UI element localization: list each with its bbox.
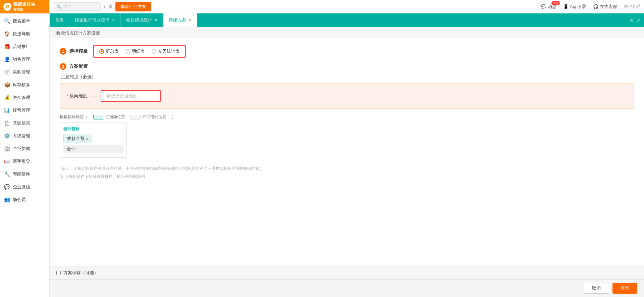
sidebar-item-hardware[interactable]: 🔧 智能硬件 [0, 168, 49, 181]
dimension-select[interactable]: 请选择分组维度 [101, 90, 161, 102]
metrics-label-text: 模板指标设定（ [60, 114, 88, 120]
sidebar-item-finance[interactable]: 💰 资金管理 [0, 91, 49, 104]
subsection-metrics: 模板指标设定（ 可拖动位置 不可拖动位置 ） 统计指标 [60, 114, 634, 158]
header-dropdown-icon[interactable]: ▾ [103, 4, 105, 9]
dimension-row: * 纵向维度 — 请选择分组维度 [67, 90, 627, 102]
template-selection-box: 汇总表 明细表 交叉统计表 [93, 45, 186, 58]
step2-label: 方案配置 [69, 63, 88, 69]
home-icon: 🏠 [4, 31, 10, 37]
radio-detail-label: 明细表 [132, 48, 145, 54]
logo-text: 畅捷通好生 [13, 2, 35, 7]
radio-cross-circle [152, 49, 156, 54]
tab-collection-label: 收款情况统计 [126, 17, 152, 23]
sidebar-item-base[interactable]: 📋 基础信息 [0, 117, 49, 130]
tips-section: 提示： 1.拖动标题栏可以调整布局，不可跨维度或指标区域拖动栏目字段(只能在同一… [60, 164, 634, 181]
radio-summary-label: 汇总表 [106, 48, 119, 54]
sidebar-item-label: 系统管理 [13, 133, 30, 139]
tab-collection[interactable]: 收款情况统计 ✕ [121, 13, 163, 27]
search-box[interactable]: 🔍 搜索 [54, 2, 101, 11]
sidebar-item-inventory[interactable]: 📦 库存核算 [0, 79, 49, 91]
search-icon: 🔍 [4, 18, 10, 24]
sidebar-item-label: 企业协同 [13, 146, 30, 152]
logo-icon: 好 [3, 3, 11, 11]
gift-icon: 🎁 [4, 44, 10, 50]
radio-detail[interactable]: 明细表 [125, 48, 145, 54]
metrics-legend: 模板指标设定（ 可拖动位置 不可拖动位置 ） [60, 114, 634, 120]
step2-header: 2 方案配置 [60, 63, 634, 70]
tab-cashflow-label: 现金银行流水查询 [75, 17, 110, 23]
settings-icon[interactable]: ⚙ [108, 3, 113, 10]
clipboard-icon: 📋 [4, 120, 10, 126]
sidebar-item-enterprise[interactable]: 🏢 企业协同 [0, 142, 49, 155]
tab-newplan-label: 新建方案 [169, 17, 186, 23]
sidebar-item-wechat[interactable]: 💬 企业微信 [0, 181, 49, 193]
hardware-icon: 🔧 [4, 171, 10, 177]
sidebar-item-quicknav[interactable]: 🏠 快捷导航 [0, 28, 49, 40]
draggable-box [93, 115, 103, 119]
metric-tag-amount[interactable]: 收款金额 ∨ [63, 134, 92, 143]
sidebar-item-member[interactable]: 👥 畅会员 [0, 193, 49, 206]
header: 🔍 搜索 ▾ ⚙ 体验行业方案 💬 消息 99+ 📱 App下载 🎧 在线客服 … [50, 0, 644, 13]
vertical-dim-label: 纵向维度 [70, 93, 87, 99]
search-icon: 🔍 [57, 4, 62, 9]
cancel-button[interactable]: 取消 [584, 283, 609, 294]
sidebar-item-guide[interactable]: 📖 新手引导 [0, 155, 49, 168]
message-button[interactable]: 💬 消息 99+ [541, 4, 556, 10]
metric-amount-label: 收款金额 [67, 136, 85, 142]
template-radio-group: 汇总表 明细表 交叉统计表 [99, 48, 180, 54]
sidebar-item-label: 快捷导航 [13, 31, 30, 37]
message-badge: 99+ [551, 1, 560, 5]
save-label: 方案保存（可选） [63, 270, 98, 276]
sidebar-item-label: 采购管理 [13, 69, 30, 75]
metric-sum-label: 合计 [63, 145, 123, 153]
sidebar-item-label: 库存核算 [13, 82, 30, 88]
legend-fixed: 不可拖动位置 [130, 114, 166, 120]
step1-num: 1 [60, 48, 66, 55]
sidebar-item-label: 资金管理 [13, 95, 30, 101]
save-checkbox[interactable] [56, 271, 61, 275]
message-icon: 💬 [541, 4, 546, 9]
cart-icon: 🛒 [4, 69, 10, 75]
members-icon: 👥 [4, 197, 10, 203]
tab-cashflow[interactable]: 现金银行流水查询 ✕ [69, 13, 121, 27]
radio-summary[interactable]: 汇总表 [99, 48, 119, 54]
tab-newplan[interactable]: 新建方案 ✕ [163, 13, 197, 27]
sidebar-item-label: 销售管理 [13, 56, 30, 62]
sidebar-logo: 好 畅捷通好生 标准版 [0, 0, 49, 13]
sidebar-item-marketing[interactable]: 🎁 营销推广 [0, 40, 49, 53]
logo-sub: 标准版 [13, 7, 35, 12]
close-window-icon[interactable]: ✕ [629, 17, 634, 23]
tab-bar: 首页 现金银行流水查询 ✕ 收款情况统计 ✕ 新建方案 ✕ ✕ ⤢ [50, 13, 644, 27]
radio-cross[interactable]: 交叉统计表 [152, 48, 180, 54]
metrics-area: 统计指标 收款金额 ∨ 合计 [60, 122, 127, 158]
money-icon: 💰 [4, 95, 10, 101]
service-icon: 🎧 [593, 4, 598, 9]
service-button[interactable]: 🎧 在线客服 [593, 4, 617, 10]
sidebar-item-purchase[interactable]: 🛒 采购管理 [0, 66, 49, 79]
box-icon: 📦 [4, 82, 10, 88]
radio-summary-circle [99, 49, 104, 54]
service-label: 在线客服 [600, 4, 617, 10]
home-tab-label: 首页 [55, 17, 64, 23]
sidebar-item-search[interactable]: 🔍 搜索菜单 [0, 15, 49, 28]
legend-fixed-label: 不可拖动位置 [142, 114, 166, 120]
required-star: * [67, 94, 68, 99]
tab-cashflow-close[interactable]: ✕ [112, 18, 115, 22]
tab-collection-close[interactable]: ✕ [154, 18, 158, 22]
trial-button[interactable]: 体验行业方案 [115, 2, 151, 11]
sidebar-item-sales[interactable]: 👤 销售管理 [0, 53, 49, 66]
sidebar: 好 畅捷通好生 标准版 🔍 搜索菜单 🏠 快捷导航 🎁 营销推广 👤 销售管理 … [0, 0, 50, 297]
sidebar-item-system[interactable]: ⚙️ 系统管理 [0, 130, 49, 142]
download-button[interactable]: 📱 App下载 [563, 4, 586, 10]
tab-newplan-close[interactable]: ✕ [188, 18, 192, 22]
legend-draggable: 可拖动位置 [93, 114, 125, 120]
tab-home[interactable]: 首页 [50, 13, 69, 27]
sidebar-item-operation[interactable]: 📊 经营管理 [0, 104, 49, 117]
step2-num: 2 [60, 63, 66, 70]
step2-section: 2 方案配置 汇总维度（必选） * 纵向维度 — 请选择分组维度 [60, 63, 634, 181]
maximize-icon[interactable]: ⤢ [636, 17, 641, 23]
form-card: 1 选择模板 汇总表 明细表 交叉统计表 [50, 38, 644, 266]
page-titlebar: 收款情况统计方案设置 [50, 27, 644, 38]
query-button[interactable]: 查询 [612, 283, 637, 294]
gear-icon: ⚙️ [4, 133, 10, 139]
